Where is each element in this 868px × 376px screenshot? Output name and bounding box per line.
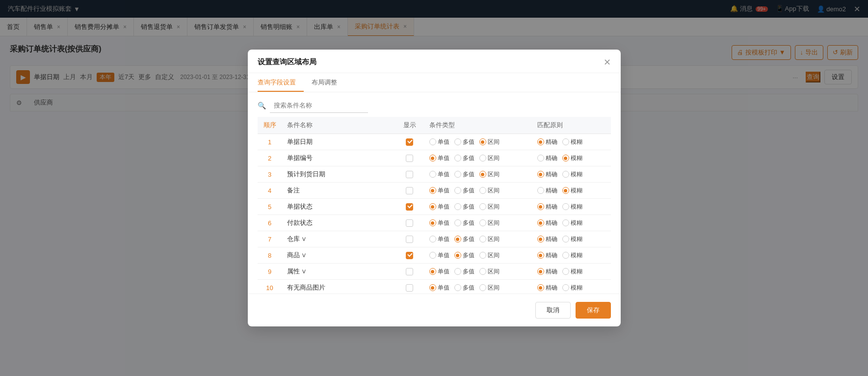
- row-display[interactable]: [395, 231, 424, 247]
- save-btn[interactable]: 保存: [576, 302, 611, 319]
- display-checkbox[interactable]: [406, 203, 413, 211]
- row-display[interactable]: [395, 183, 424, 199]
- match-radio-模糊[interactable]: 模糊: [562, 284, 582, 292]
- fields-table: 顺序 条件名称 显示 条件类型 匹配原则 1单据日期单值多值区间精确模糊2单据编…: [258, 117, 611, 294]
- row-order: 9: [258, 264, 282, 280]
- match-radio-精确[interactable]: 精确: [537, 284, 557, 292]
- type-radio-单值[interactable]: 单值: [429, 235, 449, 243]
- match-radio-精确[interactable]: 精确: [537, 203, 557, 211]
- table-row: 5单据状态单值多值区间精确模糊: [258, 199, 611, 215]
- display-checkbox[interactable]: [406, 171, 413, 178]
- type-radio-单值[interactable]: 单值: [429, 154, 449, 162]
- col-header-display: 显示: [395, 117, 424, 134]
- match-radio-模糊[interactable]: 模糊: [562, 219, 582, 227]
- match-radio-精确[interactable]: 精确: [537, 251, 557, 260]
- display-checkbox[interactable]: [406, 155, 413, 162]
- radio-circle: [479, 187, 486, 194]
- type-radio-多值[interactable]: 多值: [454, 235, 474, 243]
- match-radio-精确[interactable]: 精确: [537, 219, 557, 227]
- type-radio-区间[interactable]: 区间: [479, 203, 500, 211]
- row-display[interactable]: [395, 199, 424, 215]
- radio-circle: [454, 171, 461, 178]
- dialog-close-btn[interactable]: ✕: [604, 58, 611, 67]
- radio-circle: [454, 284, 461, 291]
- row-match: 精确模糊: [532, 280, 611, 294]
- radio-circle: [562, 155, 569, 161]
- match-radio-模糊[interactable]: 模糊: [562, 170, 582, 179]
- type-radio-单值[interactable]: 单值: [429, 170, 449, 179]
- type-radio-多值[interactable]: 多值: [454, 170, 474, 179]
- match-radio-精确[interactable]: 精确: [537, 235, 557, 243]
- type-radio-区间[interactable]: 区间: [479, 284, 500, 292]
- match-radio-模糊[interactable]: 模糊: [562, 203, 582, 211]
- type-radio-单值[interactable]: 单值: [429, 251, 449, 260]
- type-radio-区间[interactable]: 区间: [479, 219, 500, 227]
- type-radio-多值[interactable]: 多值: [454, 154, 474, 162]
- cancel-btn[interactable]: 取消: [535, 302, 571, 319]
- row-display[interactable]: [395, 280, 424, 294]
- radio-circle: [537, 155, 544, 161]
- type-radio-区间[interactable]: 区间: [479, 235, 500, 243]
- type-radio-区间[interactable]: 区间: [479, 251, 500, 260]
- type-radio-多值[interactable]: 多值: [454, 219, 474, 227]
- type-radio-单值[interactable]: 单值: [429, 268, 449, 276]
- match-radio-精确[interactable]: 精确: [537, 268, 557, 276]
- display-checkbox[interactable]: [406, 268, 413, 275]
- tab-query-fields[interactable]: 查询字段设置: [258, 73, 304, 92]
- match-radio-精确[interactable]: 精确: [537, 187, 557, 195]
- type-radio-多值[interactable]: 多值: [454, 284, 474, 292]
- radio-circle: [562, 268, 569, 275]
- row-display[interactable]: [395, 150, 424, 166]
- row-order: 1: [258, 134, 282, 150]
- tab-layout-adjust[interactable]: 布局调整: [312, 73, 345, 92]
- match-radio-模糊[interactable]: 模糊: [562, 154, 582, 162]
- col-header-order: 顺序: [258, 117, 282, 134]
- dialog-search-bar: 🔍: [248, 92, 621, 117]
- type-radio-多值[interactable]: 多值: [454, 251, 474, 260]
- type-radio-多值[interactable]: 多值: [454, 187, 474, 195]
- row-display[interactable]: [395, 166, 424, 183]
- display-checkbox[interactable]: [406, 252, 413, 259]
- type-radio-单值[interactable]: 单值: [429, 203, 449, 211]
- type-radio-区间[interactable]: 区间: [479, 170, 500, 179]
- match-radio-精确[interactable]: 精确: [537, 138, 557, 146]
- radio-circle: [454, 155, 461, 161]
- type-radio-单值[interactable]: 单值: [429, 138, 449, 146]
- type-radio-区间[interactable]: 区间: [479, 187, 500, 195]
- display-checkbox[interactable]: [406, 187, 413, 194]
- match-radio-模糊[interactable]: 模糊: [562, 138, 582, 146]
- type-radio-单值[interactable]: 单值: [429, 187, 449, 195]
- radio-circle: [479, 219, 486, 226]
- match-radio-模糊[interactable]: 模糊: [562, 251, 582, 260]
- match-radio-模糊[interactable]: 模糊: [562, 268, 582, 276]
- row-match: 精确模糊: [532, 215, 611, 231]
- row-type: 单值多值区间: [424, 247, 532, 264]
- radio-circle: [429, 203, 436, 210]
- display-checkbox[interactable]: [406, 236, 413, 243]
- type-radio-多值[interactable]: 多值: [454, 138, 474, 146]
- match-radio-模糊[interactable]: 模糊: [562, 187, 582, 195]
- row-display[interactable]: [395, 247, 424, 264]
- type-radio-区间[interactable]: 区间: [479, 154, 500, 162]
- display-checkbox[interactable]: [406, 138, 413, 146]
- display-checkbox[interactable]: [406, 284, 413, 292]
- row-display[interactable]: [395, 215, 424, 231]
- row-display[interactable]: [395, 134, 424, 150]
- radio-circle: [429, 236, 436, 242]
- type-radio-单值[interactable]: 单值: [429, 219, 449, 227]
- row-name: 单据编号: [282, 150, 395, 166]
- type-radio-多值[interactable]: 多值: [454, 268, 474, 276]
- match-radio-精确[interactable]: 精确: [537, 170, 557, 179]
- match-radio-模糊[interactable]: 模糊: [562, 235, 582, 243]
- type-radio-多值[interactable]: 多值: [454, 203, 474, 211]
- type-radio-单值[interactable]: 单值: [429, 284, 449, 292]
- row-display[interactable]: [395, 264, 424, 280]
- match-radio-精确[interactable]: 精确: [537, 154, 557, 162]
- row-type: 单值多值区间: [424, 264, 532, 280]
- search-input[interactable]: [270, 98, 368, 113]
- row-name: 预计到货日期: [282, 166, 395, 183]
- type-radio-区间[interactable]: 区间: [479, 268, 500, 276]
- type-radio-区间[interactable]: 区间: [479, 138, 500, 146]
- display-checkbox[interactable]: [406, 219, 413, 227]
- row-order: 4: [258, 183, 282, 199]
